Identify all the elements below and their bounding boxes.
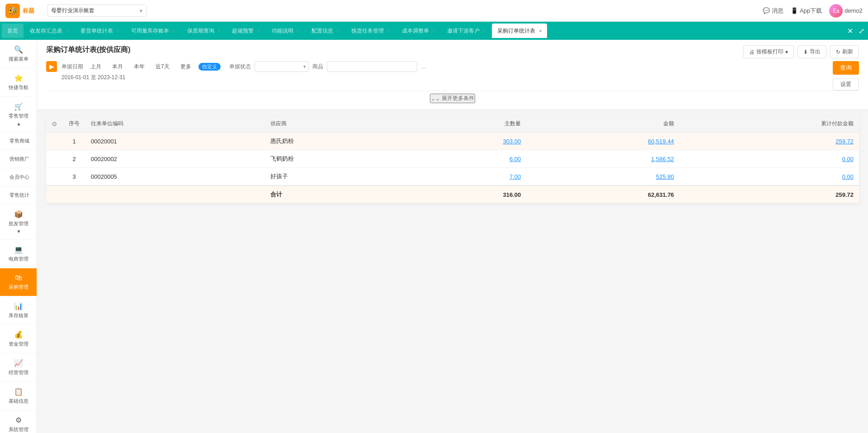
row3-amount[interactable]: 525.80 [656, 173, 674, 180]
sidebar-item-search[interactable]: 🔍 搜索菜单 [0, 40, 37, 68]
purchase-icon: 🛍 [15, 274, 22, 282]
sidebar-item-marketing[interactable]: 营销推广 [0, 150, 37, 168]
row1-num: 1 [63, 133, 85, 150]
tab-chengben[interactable]: 成本调整单 × [396, 24, 441, 38]
tab-yaoqing-close[interactable]: × [483, 29, 486, 33]
ecom-label: 电商管理 [9, 256, 28, 262]
tab-jianhuo-label: 拣货任务管理 [351, 27, 384, 35]
tab-shoufacun[interactable]: 收发存汇总表 × [24, 24, 74, 38]
date-btn-thisyear[interactable]: 本年 [130, 62, 148, 71]
row1-qty[interactable]: 303.00 [503, 138, 521, 145]
status-select[interactable] [255, 61, 309, 72]
tab-gongneng-label: 功能说明 [272, 27, 293, 35]
row3-paid[interactable]: 0.00 [842, 173, 854, 180]
tab-chaochu[interactable]: 超储预警 × [226, 24, 265, 38]
print-arrow: ▾ [785, 49, 788, 55]
tab-yaoqing[interactable]: 邀请下游客户 × [442, 24, 491, 38]
custom-date-badge[interactable]: 自定义 [198, 63, 221, 71]
tab-shoufacun-close[interactable]: × [66, 29, 69, 33]
sidebar-search-label: 搜索菜单 [9, 56, 28, 62]
refresh-icon: ↻ [836, 49, 840, 55]
nav-close-btn[interactable]: ✕ [845, 25, 855, 37]
sidebar-item-inventory[interactable]: 📊 库存核算 [0, 296, 37, 325]
sidebar-item-system[interactable]: ⚙ 系统管理 [0, 410, 37, 433]
filter-toggle-btn[interactable]: ▶ [46, 61, 57, 72]
row3-num: 3 [63, 168, 85, 186]
settings-btn[interactable]: 设置 [833, 78, 859, 90]
tab-caigou-close[interactable]: × [539, 29, 542, 33]
sidebar-item-retail[interactable]: 🛒 零售管理 ▲ [0, 97, 37, 132]
date-btn-thismonth[interactable]: 本月 [108, 62, 127, 71]
tab-peizhi[interactable]: 配置信息 × [306, 24, 345, 38]
query-btn[interactable]: 查询 [833, 61, 859, 75]
workspace-selector[interactable]: 母婴行业演示账套 ▾ [47, 5, 146, 17]
row1-amount[interactable]: 60,519.44 [648, 138, 674, 145]
tab-kuyong-close[interactable]: × [173, 29, 175, 33]
sidebar-item-retailmall[interactable]: 零售商城 [0, 132, 37, 150]
row1-code: 00020001 [85, 133, 265, 150]
sidebar-quicknav-label: 快捷导航 [9, 84, 28, 91]
row2-qty[interactable]: 6.00 [509, 156, 521, 162]
sidebar-item-ecom[interactable]: 💻 电商管理 [0, 240, 37, 268]
date-btn-more[interactable]: 更多 [177, 62, 195, 71]
date-btn-7days[interactable]: 近7天 [152, 62, 173, 71]
row2-amount[interactable]: 1,586.52 [651, 156, 674, 162]
sidebar-item-finance[interactable]: 💰 资金管理 [0, 325, 37, 353]
tab-chengben-close[interactable]: × [433, 29, 435, 33]
system-icon: ⚙ [15, 416, 22, 424]
export-label: 导出 [810, 48, 821, 56]
goods-filter-label: 商品 [312, 63, 323, 71]
tab-jianhuo[interactable]: 拣货任务管理 × [346, 24, 396, 38]
tab-caigou[interactable]: 采购订单统计表 × [492, 24, 547, 38]
tab-chaochu-close[interactable]: × [257, 29, 260, 33]
app-download-btn[interactable]: 📱 App下载 [791, 7, 822, 15]
star-icon: ⭐ [14, 74, 23, 82]
tab-gongneng[interactable]: 功能说明 × [266, 24, 305, 38]
refresh-btn[interactable]: ↻ 刷新 [830, 45, 859, 58]
inventory-label: 库存核算 [9, 312, 28, 319]
table-container: ⚙ 序号 往来单位编码 供应商 主数量 金额 累计付款金额 1 000200 [37, 110, 868, 433]
tab-yaohuo-close[interactable]: × [117, 29, 119, 33]
top-bar: 🐝 标题 母婴行业演示账套 ▾ 💬 消息 📱 App下载 Ea demo2 [0, 0, 868, 22]
sidebar-item-wholesale[interactable]: 📦 批发管理 ▼ [0, 205, 37, 240]
export-btn[interactable]: ⬇ 导出 [797, 45, 826, 58]
sidebar-item-member[interactable]: 会员中心 [0, 168, 37, 186]
member-label: 会员中心 [9, 174, 29, 181]
col-code-header: 往来单位编码 [85, 115, 265, 133]
sidebar-item-operation[interactable]: 📈 经营管理 [0, 353, 37, 382]
tab-home-label: 首页 [7, 27, 18, 35]
row1-paid[interactable]: 259.72 [835, 138, 854, 145]
print-btn[interactable]: 🖨 按模板打印 ▾ [743, 45, 794, 58]
sidebar-item-purchase[interactable]: 🛍 采购管理 [0, 268, 37, 296]
sidebar-item-quicknav[interactable]: ⭐ 快捷导航 [0, 68, 37, 97]
tab-kuyong[interactable]: 可用量库存账本 × [126, 24, 181, 38]
nav-expand-btn[interactable]: ⤢ [857, 25, 866, 37]
row2-paid[interactable]: 0.00 [842, 156, 854, 162]
tab-baozhi-close[interactable]: × [218, 29, 221, 33]
sidebar-item-retailstat[interactable]: 零售统计 [0, 186, 37, 205]
date-btn-lastmonth[interactable]: 上月 [87, 62, 105, 71]
goods-more-dots[interactable]: ... [421, 63, 426, 70]
column-settings-icon[interactable]: ⚙ [52, 120, 57, 128]
table-row[interactable]: 3 00020005 好孩子 7.00 525.80 0.00 [46, 168, 859, 186]
tab-peizhi-close[interactable]: × [337, 29, 340, 33]
tab-jianhuo-close[interactable]: × [387, 29, 390, 33]
logo-icon: 🐝 [5, 4, 20, 18]
avatar: Ea [829, 4, 843, 18]
tab-yaohuo[interactable]: 要货单统计表 × [75, 24, 125, 38]
expand-more-btn[interactable]: ⌄⌄ 展开更多条件 [430, 94, 475, 103]
message-btn[interactable]: 💬 消息 [763, 7, 783, 15]
goods-input[interactable] [327, 61, 417, 72]
row3-qty[interactable]: 7.00 [509, 173, 521, 180]
user-area[interactable]: Ea demo2 [829, 4, 863, 18]
expand-more-row: ⌄⌄ 展开更多条件 [46, 90, 859, 106]
basic-icon: 📋 [14, 387, 23, 396]
tab-shoufacun-label: 收发存汇总表 [30, 27, 62, 35]
tab-gongneng-close[interactable]: × [297, 29, 300, 33]
tab-home[interactable]: 首页 [2, 24, 24, 38]
tab-baozhi[interactable]: 保质期查询 × [182, 24, 226, 38]
table-row[interactable]: 1 00020001 惠氏奶粉 303.00 60,519.44 259.72 [46, 133, 859, 150]
sidebar-item-basic[interactable]: 📋 基础信息 [0, 382, 37, 410]
table-row[interactable]: 2 00020002 飞鹤奶粉 6.00 1,586.52 0.00 [46, 150, 859, 168]
system-label: 系统管理 [9, 426, 28, 433]
